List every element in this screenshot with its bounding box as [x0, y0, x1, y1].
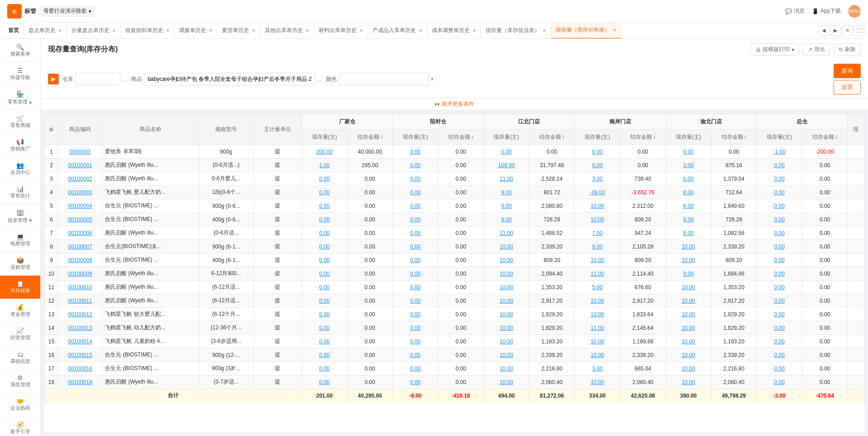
row-c3-qty[interactable]: 10.00 [484, 321, 529, 335]
row-c4-qty[interactable]: 10.00 [575, 348, 620, 362]
row-c2-qty[interactable]: 0.00 [392, 281, 438, 294]
sidebar-item-wholesale[interactable]: 🏢 批发管理 ▼ [0, 204, 40, 229]
row-c5-qty[interactable]: 10.00 [665, 362, 711, 375]
row-c1-qty[interactable]: 0.00 [302, 267, 347, 281]
row-c3-qty[interactable]: 11.00 [484, 172, 529, 186]
row-code[interactable]: 00100002 [58, 172, 102, 186]
row-c2-qty[interactable]: 0.00 [392, 226, 438, 240]
sidebar-item-search[interactable]: 🔍 搜索英单 [0, 39, 40, 62]
row-total-qty[interactable]: 0.00 [756, 348, 802, 362]
row-c1-qty[interactable]: 0.00 [302, 240, 347, 253]
info-icon-1[interactable]: ℹ [381, 135, 382, 140]
row-c3-qty[interactable]: 9.00 [484, 199, 529, 213]
row-total-qty[interactable]: 0.00 [756, 253, 802, 267]
row-total-qty[interactable]: 0.00 [756, 172, 802, 186]
user-menu[interactable]: demo2 [848, 5, 861, 18]
row-c1-qty[interactable]: 0.00 [302, 172, 347, 186]
row-c1-qty[interactable]: 0.00 [302, 226, 347, 240]
row-c3-qty[interactable]: 10.00 [484, 348, 529, 362]
row-total-qty[interactable]: 0.00 [756, 267, 802, 281]
row-c5-qty[interactable]: 3.00 [665, 159, 711, 172]
sidebar-item-operations[interactable]: 📈 经营管理 [0, 323, 40, 346]
tab-8[interactable]: 产成品入库单历史 ✕ [368, 23, 427, 39]
info-icon-6[interactable]: ℹ [835, 135, 837, 140]
sidebar-item-system[interactable]: ⚙ 系统管理 [0, 370, 40, 393]
row-total-qty[interactable]: 0.00 [756, 240, 802, 253]
tab-5[interactable]: 要货单历史 ✕ [217, 23, 260, 39]
row-c2-qty[interactable]: 0.00 [392, 375, 438, 389]
row-c4-qty[interactable]: 10.00 [575, 375, 620, 389]
row-total-qty[interactable]: 0.00 [756, 335, 802, 348]
row-code[interactable]: 00100008 [58, 253, 102, 267]
tab-11[interactable]: 现存量（库存分布表） ✕ [551, 23, 621, 39]
tab-1[interactable]: 盘点单历史 ✕ [24, 23, 67, 39]
row-c2-qty[interactable]: 0.00 [392, 308, 438, 321]
row-c3-qty[interactable]: 10.00 [484, 362, 529, 375]
row-c3-qty[interactable]: 10.00 [484, 375, 529, 389]
tab-4-close[interactable]: ✕ [209, 28, 212, 33]
info-icon-3[interactable]: ℹ [562, 135, 564, 140]
sidebar-item-enterprise[interactable]: 🤝 企业协同 [0, 393, 40, 417]
tab-7[interactable]: 材料出库单历史 ✕ [314, 23, 368, 39]
tab-6[interactable]: 其他出库单历史 ✕ [260, 23, 314, 39]
tab-9[interactable]: 成本调整单历史 ✕ [427, 23, 481, 39]
row-c5-qty[interactable]: 10.00 [665, 308, 711, 321]
row-code[interactable]: 00100015 [58, 348, 102, 362]
row-total-qty[interactable]: 0.00 [756, 213, 802, 226]
row-c2-qty[interactable]: 0.00 [392, 253, 438, 267]
tab-close-all-btn[interactable]: ✕ [842, 25, 853, 36]
row-total-qty[interactable]: 0.00 [756, 281, 802, 294]
store-selector[interactable]: 母婴行业演示陈套 ▾ [40, 5, 95, 17]
row-c1-qty[interactable]: 1.00 [302, 159, 347, 172]
tab-7-close[interactable]: ✕ [359, 28, 363, 33]
sidebar-item-retail-mgmt[interactable]: 🏪 零售管理 ▲ [0, 86, 40, 110]
row-c4-qty[interactable]: 11.00 [575, 321, 620, 335]
row-code[interactable]: 00100003 [58, 186, 102, 199]
row-c4-qty[interactable]: -39.00 [575, 186, 620, 199]
sidebar-item-basics[interactable]: 🗂 基础信息 [0, 346, 40, 370]
row-c3-qty[interactable]: 10.00 [484, 253, 529, 267]
row-c2-qty[interactable]: 0.00 [392, 335, 438, 348]
row-c5-qty[interactable]: 10.00 [665, 375, 711, 389]
row-c5-qty[interactable]: 9.00 [665, 267, 711, 281]
info-icon-4[interactable]: ℹ [654, 135, 656, 140]
row-c1-qty[interactable]: 0.00 [302, 321, 347, 335]
row-code[interactable]: 00100010 [58, 281, 102, 294]
row-c2-qty[interactable]: 0.00 [392, 213, 438, 226]
row-c2-qty[interactable]: 0.00 [392, 186, 438, 199]
row-c1-qty[interactable]: 0.00 [302, 335, 347, 348]
row-c2-qty[interactable]: 0.00 [392, 159, 438, 172]
row-code[interactable]: 00100013 [58, 321, 102, 335]
row-c1-qty[interactable]: 0.00 [302, 294, 347, 308]
row-c2-qty[interactable]: 0.00 [392, 199, 438, 213]
row-c1-qty[interactable]: 0.00 [302, 281, 347, 294]
tab-fullscreen-btn[interactable]: ⛶ [854, 25, 864, 36]
row-code[interactable]: 00100018 [58, 375, 102, 389]
expand-btn[interactable]: ▾▾ 展开更多条件 [434, 100, 474, 108]
warehouse-input[interactable] [75, 73, 120, 85]
row-c1-qty[interactable]: 0.00 [302, 199, 347, 213]
row-total-qty[interactable]: 0.00 [756, 321, 802, 335]
tab-3[interactable]: 组装拆卸单历史 ✕ [121, 23, 175, 39]
row-c3-qty[interactable]: 9.00 [484, 186, 529, 199]
row-total-qty[interactable]: 0.00 [756, 375, 802, 389]
row-code[interactable]: 00100007 [58, 240, 102, 253]
tab-8-close[interactable]: ✕ [419, 28, 422, 33]
tab-3-close[interactable]: ✕ [166, 28, 170, 33]
row-code[interactable]: 00100005 [58, 213, 102, 226]
row-c2-qty[interactable]: 0.00 [392, 145, 438, 159]
tab-2-close[interactable]: ✕ [112, 28, 116, 33]
tab-6-close[interactable]: ✕ [306, 28, 309, 33]
row-total-qty[interactable]: 0.00 [756, 159, 802, 172]
row-c5-qty[interactable]: 8.00 [665, 199, 711, 213]
row-c3-qty[interactable]: 10.00 [484, 308, 529, 321]
row-c4-qty[interactable]: 10.00 [575, 253, 620, 267]
row-c1-qty[interactable]: 0.00 [302, 253, 347, 267]
app-download-btn[interactable]: 📱 App下载 [812, 7, 841, 15]
row-c4-qty[interactable]: 10.00 [575, 335, 620, 348]
row-c1-qty[interactable]: 0.00 [302, 186, 347, 199]
row-c3-qty[interactable]: 10.00 [484, 267, 529, 281]
sidebar-item-marketing[interactable]: 📢 营销推广 [0, 134, 40, 157]
row-total-qty[interactable]: 0.00 [756, 199, 802, 213]
row-code[interactable]: 00100006 [58, 226, 102, 240]
